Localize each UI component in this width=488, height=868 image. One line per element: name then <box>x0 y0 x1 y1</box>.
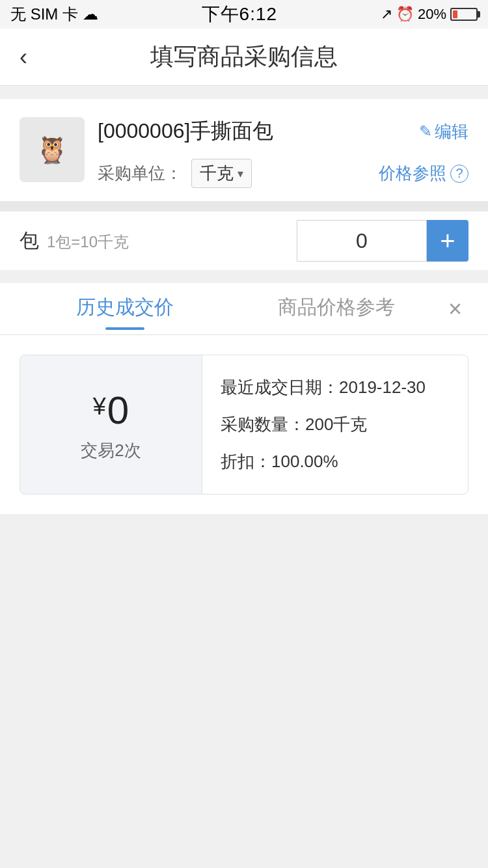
discount-label: 折扣： <box>221 452 271 471</box>
page-title: 填写商品采购信息 <box>150 41 338 73</box>
tab-product-price-ref[interactable]: 商品价格参考 <box>230 294 441 323</box>
price-reference-button[interactable]: 价格参照 ? <box>379 162 468 185</box>
tab-close-button[interactable]: × <box>442 295 468 323</box>
edit-icon: ✎ <box>419 122 432 141</box>
battery-text: 20% <box>418 6 446 23</box>
edit-label: 编辑 <box>435 120 468 143</box>
product-title: 手撕面包 <box>190 119 273 142</box>
battery-icon <box>450 8 478 21</box>
quantity-control: + <box>297 220 468 262</box>
date-label: 最近成交日期： <box>221 377 339 397</box>
main-content: 历史成交价 商品价格参考 × ¥ 0 交易2次 最近成交日期：2019- <box>0 283 488 739</box>
history-detail-date: 最近成交日期：2019-12-30 <box>221 375 450 400</box>
status-bar: 无 SIM 卡 ☁ 下午6:12 ↗ ⏰ 20% <box>0 0 488 29</box>
quantity-left: 包 1包=10千克 <box>20 228 129 254</box>
status-left: 无 SIM 卡 ☁ <box>10 4 98 25</box>
tab-price-ref-label: 商品价格参考 <box>278 296 395 318</box>
tabs-header: 历史成交价 商品价格参考 × <box>0 283 488 335</box>
history-card: ¥ 0 交易2次 最近成交日期：2019-12-30 采购数量：200千克 折扣… <box>20 355 468 495</box>
history-content: ¥ 0 交易2次 最近成交日期：2019-12-30 采购数量：200千克 折扣… <box>0 335 488 514</box>
status-time: 下午6:12 <box>202 2 278 27</box>
currency-symbol: ¥ <box>93 393 106 420</box>
tab-history-price[interactable]: 历史成交价 <box>20 294 230 323</box>
product-name: [0000006]手撕面包 <box>98 117 273 146</box>
product-image: 🦉 <box>20 117 85 182</box>
dropdown-arrow-icon: ▾ <box>237 167 243 181</box>
date-value: 2019-12-30 <box>339 377 426 397</box>
back-button[interactable]: ‹ <box>20 44 27 71</box>
nav-bar: ‹ 填写商品采购信息 <box>0 29 488 86</box>
quantity-conversion: 1包=10千克 <box>47 232 129 252</box>
status-right: ↗ ⏰ 20% <box>381 6 478 23</box>
quantity-plus-button[interactable]: + <box>427 220 468 262</box>
alarm-icon: ⏰ <box>396 6 414 23</box>
edit-button[interactable]: ✎ 编辑 <box>419 120 468 143</box>
history-price: ¥ 0 <box>93 388 129 433</box>
price-ref-label: 价格参照 <box>379 162 446 185</box>
history-card-right: 最近成交日期：2019-12-30 采购数量：200千克 折扣：100.00% <box>202 355 468 494</box>
history-detail-discount: 折扣：100.00% <box>221 449 450 474</box>
history-detail-quantity: 采购数量：200千克 <box>221 412 450 437</box>
quantity-unit: 包 <box>20 228 39 254</box>
product-info: [0000006]手撕面包 ✎ 编辑 采购单位： 千克 ▾ 价格参照 ? <box>98 117 468 188</box>
unit-left: 采购单位： 千克 ▾ <box>98 159 252 188</box>
help-icon: ? <box>450 165 468 183</box>
product-id: [0000006] <box>98 119 190 142</box>
quantity-detail-label: 采购数量： <box>221 414 305 434</box>
quantity-detail-value: 200千克 <box>305 414 367 434</box>
location-icon: ↗ <box>381 6 392 23</box>
unit-value: 千克 <box>200 162 234 185</box>
unit-dropdown[interactable]: 千克 ▾ <box>191 159 252 188</box>
unit-label: 采购单位： <box>98 163 182 183</box>
product-header: [0000006]手撕面包 ✎ 编辑 <box>98 117 468 146</box>
history-card-left: ¥ 0 交易2次 <box>20 355 202 494</box>
tab-history-label: 历史成交价 <box>76 296 174 318</box>
discount-value: 100.00% <box>271 452 338 471</box>
history-trades: 交易2次 <box>81 439 141 462</box>
quantity-row: 包 1包=10千克 + <box>0 211 488 270</box>
quantity-input[interactable] <box>297 220 427 262</box>
product-section: 🦉 [0000006]手撕面包 ✎ 编辑 采购单位： 千克 ▾ 价格参照 ? <box>0 99 488 201</box>
product-thumbnail: 🦉 <box>36 135 68 165</box>
section-divider <box>0 201 488 211</box>
product-unit-row: 采购单位： 千克 ▾ 价格参照 ? <box>98 159 468 188</box>
price-value: 0 <box>107 388 129 433</box>
signal-text: 无 SIM 卡 ☁ <box>10 4 98 25</box>
tabs-section: 历史成交价 商品价格参考 × ¥ 0 交易2次 最近成交日期：2019- <box>0 283 488 514</box>
